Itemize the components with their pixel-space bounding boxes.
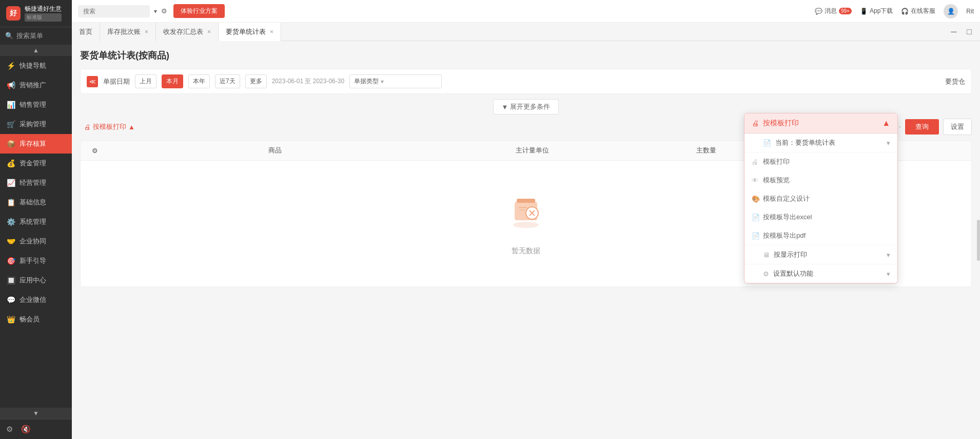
sidebar-item-collab[interactable]: 🤝 企业协同: [0, 232, 72, 251]
date-btn-more[interactable]: 更多: [245, 74, 267, 88]
system-icon: ⚙️: [6, 218, 15, 226]
sidebar-logo: 好 畅捷通好生意 标准版: [0, 0, 72, 27]
promo-button[interactable]: 体验行业方案: [173, 4, 225, 18]
sidebar-item-operation[interactable]: 📈 经营管理: [0, 173, 72, 193]
messages-label: 消息: [825, 7, 837, 15]
print-dropdown-current-item[interactable]: 📄 当前：要货单统计表 ▾: [744, 133, 897, 152]
filter-bar: ≪ 单据日期 上月 本月 本年 近7天 更多 更多 2023-06-01 至 2…: [80, 69, 972, 94]
date-btn-last-month[interactable]: 上月: [135, 74, 156, 88]
sidebar-scroll-down[interactable]: ▼: [0, 408, 72, 419]
sidebar-item-guide[interactable]: 🎯 新手引导: [0, 251, 72, 271]
date-range-display: 2023-06-01 至 2023-06-30: [272, 77, 344, 86]
basic-icon: 📋: [6, 198, 15, 206]
service-icon: 🎧: [901, 8, 909, 15]
tab-home[interactable]: 首页: [72, 23, 100, 41]
search-icon: 🔍: [5, 32, 13, 40]
purchase-icon: 🛒: [6, 120, 15, 128]
sidebar-item-sales[interactable]: 📊 销售管理: [0, 95, 72, 114]
tabs-right-controls: ─ □: [947, 25, 980, 39]
app-logo-icon: 好: [6, 6, 21, 21]
print-dropdown-title: 🖨 按模板打印: [752, 119, 799, 128]
set-default-arrow: ▾: [887, 270, 890, 278]
svg-point-0: [513, 222, 539, 228]
avatar[interactable]: 👤: [944, 4, 958, 18]
print-template-button[interactable]: 🖨 按模板打印 ▲: [80, 120, 139, 133]
page-title: 要货单统计表(按商品): [80, 49, 972, 62]
sidebar-item-member[interactable]: 👑 畅会员: [0, 310, 72, 329]
col-product: 商品: [105, 141, 445, 160]
template-pdf-item[interactable]: 📄 按模板导出pdf: [744, 226, 897, 245]
sales-icon: 📊: [6, 101, 15, 109]
expand-icon: ▼: [502, 103, 508, 111]
svg-rect-2: [517, 199, 535, 203]
tab-receipt-summary-close[interactable]: ×: [207, 23, 211, 41]
online-service-button[interactable]: 🎧 在线客服: [901, 7, 935, 15]
tab-order-stats-close[interactable]: ×: [270, 23, 273, 41]
template-custom-item[interactable]: 🎨 模板自定义设计: [744, 189, 897, 208]
print-icon: 🖨: [84, 123, 91, 131]
messages-button[interactable]: 💬 消息 99+: [815, 7, 852, 15]
tab-inventory-batch-close[interactable]: ×: [145, 23, 148, 41]
sidebar-item-app-center[interactable]: 🔲 应用中心: [0, 271, 72, 290]
svg-rect-7: [519, 209, 525, 211]
sidebar-item-finance[interactable]: 💰 资金管理: [0, 154, 72, 173]
display-print-label: 按显示打印: [774, 250, 807, 259]
print-dropdown-close-icon[interactable]: ▲: [882, 119, 890, 128]
tab-receipt-summary[interactable]: 收发存汇总表 ×: [156, 23, 219, 41]
settings-button[interactable]: 设置: [943, 119, 972, 135]
expand-more-button[interactable]: ▼ 展开更多条件: [493, 99, 559, 114]
topbar-right: 💬 消息 99+ 📱 App下载 🎧 在线客服 👤 Rit: [815, 4, 974, 18]
col-settings[interactable]: ⚙: [85, 142, 105, 160]
col-unit: 主计量单位: [445, 141, 619, 160]
doc-type-select[interactable]: 单据类型 ▾: [349, 74, 442, 88]
scrollbar[interactable]: [977, 220, 980, 261]
date-btn-current-year[interactable]: 本年: [188, 74, 210, 88]
page-content: 要货单统计表(按商品) ≪ 单据日期 上月 本月 本年 近7天 更多 更多 20…: [72, 41, 980, 439]
template-print-item[interactable]: 🖨 模板打印: [744, 152, 897, 171]
topbar-dropdown-icon[interactable]: ▾: [154, 8, 157, 15]
sidebar-item-label: 新手引导: [19, 256, 46, 265]
doc-type-label: 单据类型: [354, 77, 379, 86]
display-print-item[interactable]: 🖥 按显示打印 ▾: [744, 245, 897, 264]
query-button[interactable]: 查询: [905, 119, 939, 135]
tab-receipt-summary-label: 收发存汇总表: [163, 23, 203, 41]
template-preview-item[interactable]: 👁 模板预览: [744, 171, 897, 189]
guide-icon: 🎯: [6, 257, 15, 265]
template-excel-item[interactable]: 📄 按模板导出excel: [744, 208, 897, 226]
tab-inventory-batch-label: 库存批次账: [107, 23, 141, 41]
date-btn-current-month[interactable]: 本月: [162, 74, 183, 88]
sidebar-scroll-up[interactable]: ▲: [0, 45, 72, 56]
date-btn-7days[interactable]: 近7天: [215, 74, 240, 88]
sidebar-item-label: 营销推广: [19, 81, 46, 90]
sidebar-item-purchase[interactable]: 🛒 采购管理: [0, 114, 72, 134]
finance-icon: 💰: [6, 159, 15, 167]
set-default-label: 设置默认功能: [773, 269, 813, 278]
sidebar-search[interactable]: 🔍 搜索菜单: [0, 27, 72, 45]
tab-order-stats[interactable]: 要货单统计表 ×: [219, 23, 281, 41]
topbar-search-input[interactable]: [78, 5, 150, 17]
settings-footer-icon[interactable]: ⚙: [6, 425, 13, 434]
username: Rit: [966, 8, 974, 15]
app-download-button[interactable]: 📱 App下载: [860, 7, 893, 15]
tab-inventory-batch[interactable]: 库存批次账 ×: [100, 23, 156, 41]
tab-minimize-button[interactable]: ─: [947, 25, 961, 39]
sidebar-item-label: 企业微信: [19, 295, 46, 304]
sidebar-item-system[interactable]: ⚙️ 系统管理: [0, 212, 72, 232]
sidebar-item-inventory[interactable]: 📦 库存核算: [0, 134, 72, 154]
sidebar-item-label: 库存核算: [19, 139, 46, 148]
sidebar-item-quick-nav[interactable]: ⚡ 快捷导航: [0, 56, 72, 75]
sidebar-item-wechat[interactable]: 💬 企业微信: [0, 290, 72, 310]
tab-maximize-button[interactable]: □: [963, 25, 976, 39]
sidebar-item-marketing[interactable]: 📢 营销推广: [0, 75, 72, 95]
current-item-arrow: ▾: [887, 139, 890, 147]
sidebar-item-label: 资金管理: [19, 159, 46, 168]
member-icon: 👑: [6, 315, 15, 323]
doc-type-arrow-icon: ▾: [381, 78, 384, 85]
sound-footer-icon[interactable]: 🔇: [21, 425, 31, 434]
print-dropdown: 🖨 按模板打印 ▲ 📄 当前：要货单统计表 ▾ 🖨 模板打印 👁 模板预览: [744, 113, 898, 283]
set-default-item[interactable]: ⚙ 设置默认功能 ▾: [744, 264, 897, 283]
sidebar-item-basic[interactable]: 📋 基础信息: [0, 193, 72, 212]
topbar-gear-icon[interactable]: ⚙: [161, 7, 167, 15]
filter-collapse-button[interactable]: ≪: [87, 76, 98, 87]
svg-rect-6: [519, 207, 527, 208]
